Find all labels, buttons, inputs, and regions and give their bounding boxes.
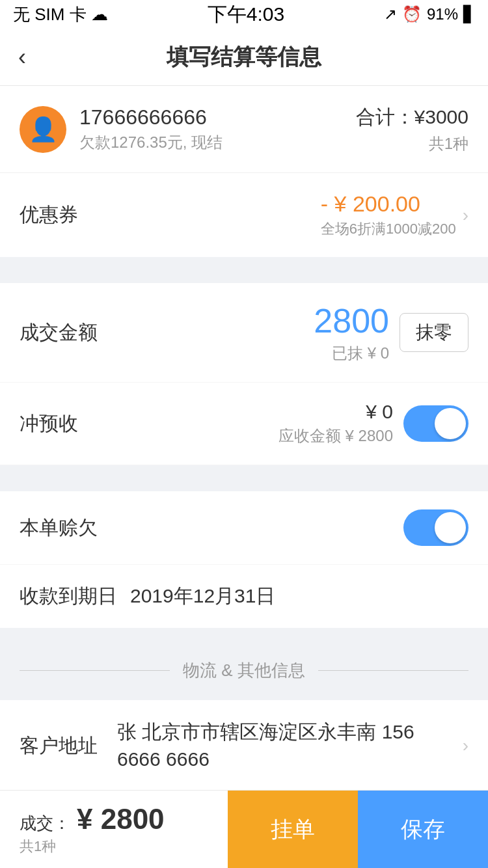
section-divider-1	[0, 270, 488, 283]
logistics-label: 物流 & 其他信息	[183, 659, 305, 682]
bottom-deal-amount: ¥ 2800	[77, 803, 165, 835]
deal-erased: 已抹 ¥ 0	[314, 343, 389, 364]
sim-status: 无 SIM 卡 ☁	[13, 3, 108, 26]
address-value: 张 北京市市辖区海淀区永丰南 156 6666 6666	[117, 718, 463, 773]
address-label: 客户地址	[20, 733, 98, 759]
due-date-row: 收款到期日 2019年12月31日	[0, 565, 488, 628]
save-button[interactable]: 保存	[358, 791, 488, 869]
address-card: 客户地址 张 北京市市辖区海淀区永丰南 156 6666 6666 ›	[0, 700, 488, 791]
debt-row: 本单赊欠	[0, 491, 488, 565]
coupon-desc: 全场6折满1000减200	[321, 219, 456, 239]
customer-phone: 17666666666	[79, 105, 223, 129]
section-divider-2	[0, 478, 488, 491]
battery-percent: 91%	[427, 5, 458, 23]
logistics-divider: 物流 & 其他信息	[0, 641, 488, 700]
back-button[interactable]: ‹	[18, 44, 26, 71]
status-bar: 无 SIM 卡 ☁ 下午4:03 ↗ ⏰ 91% ▋	[0, 0, 488, 29]
nav-bar: ‹ 填写结算等信息	[0, 29, 488, 86]
customer-right: 合计：¥3000 共1种	[356, 104, 468, 154]
hold-button[interactable]: 挂单	[228, 791, 358, 869]
precharge-row: 冲预收 ¥ 0 应收金额 ¥ 2800	[0, 383, 488, 465]
bottom-deal-label: 成交：	[20, 812, 70, 835]
due-date-label: 收款到期日	[20, 583, 117, 610]
customer-info: 17666666666 欠款1276.35元, 现结	[79, 105, 223, 153]
status-time: 下午4:03	[208, 1, 284, 28]
customer-debt: 欠款1276.35元, 现结	[79, 132, 223, 153]
logistics-line-right	[318, 670, 468, 671]
debt-card: 本单赊欠 收款到期日 2019年12月31日	[0, 491, 488, 628]
coupon-amount: - ¥ 200.00	[321, 191, 456, 217]
deal-row: 成交金额 2800 已抹 ¥ 0 抹零	[0, 283, 488, 383]
coupon-row[interactable]: 优惠券 - ¥ 200.00 全场6折满1000减200 ›	[0, 172, 488, 257]
coupon-right: - ¥ 200.00 全场6折满1000减200 ›	[321, 191, 468, 239]
bottom-count: 共1种	[20, 837, 208, 856]
bottom-info: 成交： ¥ 2800 共1种	[0, 803, 228, 856]
battery-icon: ⏰	[402, 5, 422, 23]
customer-total: 合计：¥3000	[356, 104, 468, 131]
bottom-bar: 成交： ¥ 2800 共1种 挂单 保存	[0, 790, 488, 868]
location-icon: ↗	[384, 5, 397, 23]
customer-left: 👤 17666666666 欠款1276.35元, 现结	[20, 105, 223, 153]
bottom-deal: 成交： ¥ 2800	[20, 803, 208, 835]
address-row[interactable]: 客户地址 张 北京市市辖区海淀区永丰南 156 6666 6666 ›	[0, 700, 488, 791]
chevron-right-icon: ›	[463, 205, 468, 226]
address-chevron-icon: ›	[463, 735, 468, 756]
customer-card: 👤 17666666666 欠款1276.35元, 现结 合计：¥3000 共1…	[0, 86, 488, 257]
customer-count: 共1种	[356, 133, 468, 154]
deal-amount-col: 2800 已抹 ¥ 0	[314, 301, 389, 364]
precharge-amount: ¥ 0	[278, 401, 393, 423]
precharge-toggle[interactable]	[403, 405, 468, 442]
deal-right: 2800 已抹 ¥ 0 抹零	[314, 301, 468, 364]
battery-bar: ▋	[463, 5, 475, 23]
deal-card: 成交金额 2800 已抹 ¥ 0 抹零 冲预收 ¥ 0 应收金额 ¥ 2800	[0, 283, 488, 465]
precharge-amount-col: ¥ 0 应收金额 ¥ 2800	[278, 401, 393, 446]
deal-amount: 2800	[314, 301, 389, 340]
logistics-line-left	[20, 670, 170, 671]
avatar-icon: 👤	[29, 116, 58, 143]
status-left: 无 SIM 卡 ☁	[13, 3, 108, 26]
precharge-right: ¥ 0 应收金额 ¥ 2800	[278, 401, 468, 446]
debt-toggle[interactable]	[403, 509, 468, 546]
coupon-label: 优惠券	[20, 202, 78, 228]
status-right: ↗ ⏰ 91% ▋	[384, 5, 475, 23]
page-title: 填写结算等信息	[167, 42, 321, 72]
round-zero-button[interactable]: 抹零	[400, 313, 468, 352]
customer-row: 👤 17666666666 欠款1276.35元, 现结 合计：¥3000 共1…	[0, 86, 488, 172]
debt-label: 本单赊欠	[20, 515, 98, 541]
precharge-receivable: 应收金额 ¥ 2800	[278, 426, 393, 446]
precharge-label: 冲预收	[20, 411, 78, 437]
coupon-info: - ¥ 200.00 全场6折满1000减200	[321, 191, 456, 239]
debt-right	[403, 509, 468, 546]
deal-label: 成交金额	[20, 319, 98, 346]
avatar: 👤	[20, 106, 66, 153]
due-date-value: 2019年12月31日	[130, 583, 275, 610]
